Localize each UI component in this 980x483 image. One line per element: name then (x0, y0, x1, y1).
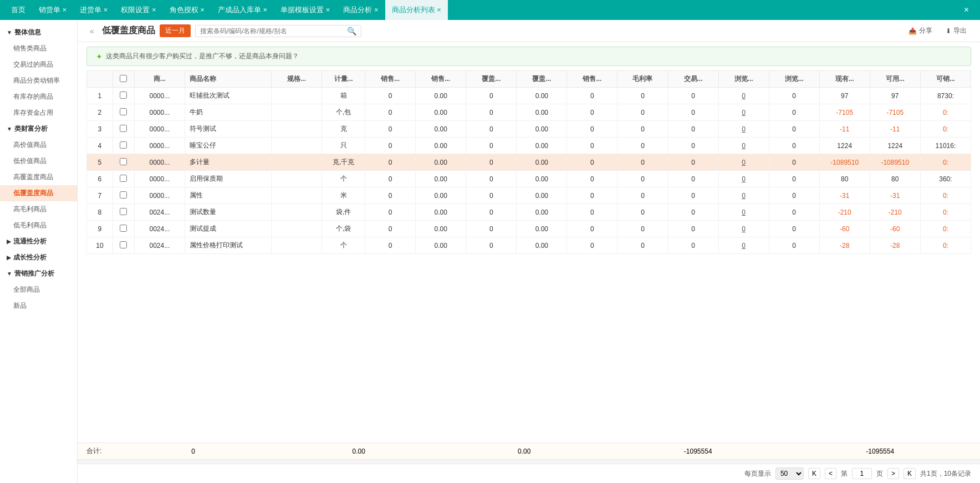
sidebar-item-low-coverage[interactable]: 低覆盖度商品 (0, 185, 77, 201)
browse1-link[interactable]: 0 (742, 125, 746, 133)
row-spec (272, 154, 322, 171)
scrollbar-area (78, 459, 980, 464)
sidebar-item-new-products[interactable]: 新品 (0, 298, 77, 314)
sidebar-group-growth[interactable]: ▶ 成长性分析 (0, 250, 77, 266)
col-header-available: 可用... (870, 71, 920, 88)
row-checkbox[interactable] (120, 158, 127, 165)
row-available: -1089510 (870, 154, 920, 171)
row-browse1: 0 (718, 154, 769, 171)
data-table: 商... 商品名称 规格... 计量... 销售... 销售... 覆盖... … (86, 70, 971, 254)
collapse-button[interactable]: « (86, 26, 98, 37)
footer-available: -1095554 (853, 448, 908, 455)
search-input[interactable] (200, 27, 347, 35)
row-sales3: 0 (567, 187, 617, 204)
row-cover2: 0.00 (517, 154, 567, 171)
sidebar-item-high-margin[interactable]: 高毛利商品 (0, 201, 77, 217)
row-available: -210 (870, 204, 920, 221)
nav-home[interactable]: 首页 (4, 0, 32, 20)
next-page-button[interactable]: > (887, 468, 899, 479)
page-input[interactable] (852, 468, 872, 479)
row-available: 1224 (870, 138, 920, 154)
sidebar-group-marketing[interactable]: ▼ 营销推广分析 (0, 266, 77, 282)
row-checkbox[interactable] (120, 208, 127, 215)
row-num: 2 (87, 104, 113, 121)
row-sales1: 0 (365, 221, 416, 237)
row-current: 97 (819, 88, 870, 104)
nav-permissions[interactable]: 权限设置 × (114, 0, 162, 20)
row-checkbox-cell (113, 88, 134, 104)
sidebar-group-liquidity[interactable]: ▶ 流通性分析 (0, 233, 77, 250)
sidebar-item-low-value[interactable]: 低价值商品 (0, 153, 77, 169)
row-spec (272, 104, 322, 121)
red-value: -11 (840, 125, 849, 133)
nav-sales[interactable]: 销货单 × (32, 0, 73, 20)
sidebar-item-sales-products[interactable]: 销售类商品 (0, 40, 77, 57)
sidebar-item-high-value[interactable]: 高价值商品 (0, 137, 77, 153)
row-sales3: 0 (567, 221, 617, 237)
row-checkbox[interactable] (120, 91, 127, 99)
sidebar-item-inventory-funds[interactable]: 库存资金占用 (0, 105, 77, 121)
nav-templates[interactable]: 单据模板设置 × (274, 0, 336, 20)
browse1-link[interactable]: 0 (742, 242, 746, 250)
browse1-link[interactable]: 0 (742, 192, 746, 200)
nav-production[interactable]: 产成品入库单 × (211, 0, 274, 20)
row-checkbox[interactable] (120, 191, 127, 199)
table-container[interactable]: 商... 商品名称 规格... 计量... 销售... 销售... 覆盖... … (78, 66, 980, 443)
select-all-checkbox[interactable] (120, 75, 127, 82)
nav-close-button[interactable]: × (957, 5, 976, 15)
sidebar-group-overall[interactable]: ▼ 整体信息 (0, 24, 77, 40)
row-checkbox[interactable] (120, 175, 127, 182)
prev-page-button[interactable]: < (825, 468, 836, 479)
sidebar-group-wealth[interactable]: ▼ 类财富分析 (0, 121, 77, 137)
page-size-select[interactable]: 50 100 200 (775, 467, 804, 480)
row-cover1: 0 (466, 204, 517, 221)
browse1-link[interactable]: 0 (742, 142, 746, 150)
col-header-cover1: 覆盖... (466, 71, 517, 88)
nav-roles[interactable]: 角色授权 × (163, 0, 211, 20)
browse1-link[interactable]: 0 (742, 209, 746, 216)
browse1-link[interactable]: 0 (742, 159, 746, 166)
row-margin: 0 (617, 171, 668, 187)
row-checkbox[interactable] (120, 141, 127, 149)
row-sales2: 0.00 (416, 88, 466, 104)
row-cover2: 0.00 (517, 204, 567, 221)
export-button[interactable]: ⬇ 导出 (941, 24, 971, 37)
browse1-link[interactable]: 0 (742, 175, 746, 183)
row-checkbox-cell (113, 121, 134, 138)
row-spec (272, 221, 322, 237)
row-checkbox[interactable] (120, 125, 127, 132)
nav-purchase[interactable]: 进货单 × (73, 0, 114, 20)
search-icon: 🔍 (347, 27, 356, 35)
sidebar-item-category-rate[interactable]: 商品分类动销率 (0, 73, 77, 89)
pagination-bar: 每页显示 50 100 200 K < 第 页 > K 共1页，10条记录 (78, 464, 980, 483)
sidebar-item-low-margin[interactable]: 低毛利商品 (0, 217, 77, 233)
time-filter-button[interactable]: 近一月 (160, 24, 191, 37)
last-page-button[interactable]: K (904, 468, 916, 479)
nav-analysis-list[interactable]: 商品分析列表 × (385, 0, 448, 20)
row-sales1: 0 (365, 121, 416, 138)
footer-cover2: 0.00 (505, 448, 544, 455)
row-saleable: 11016: (920, 138, 971, 154)
row-spec (272, 204, 322, 221)
nav-analysis[interactable]: 商品分析 × (336, 0, 385, 20)
row-unit: 只 (322, 138, 365, 154)
table-row: 90024...测试提成个,袋00.0000.0000000-60-600: (87, 221, 971, 237)
row-cover1: 0 (466, 154, 517, 171)
share-button[interactable]: 📤 分享 (904, 24, 937, 37)
browse1-link[interactable]: 0 (742, 109, 746, 116)
sidebar-item-stocked-products[interactable]: 有库存的商品 (0, 89, 77, 105)
red-value: -28 (890, 242, 900, 250)
sidebar-item-traded-products[interactable]: 交易过的商品 (0, 57, 77, 73)
row-cover2: 0.00 (517, 121, 567, 138)
row-browse2: 0 (769, 171, 819, 187)
sidebar-item-high-coverage[interactable]: 高覆盖度商品 (0, 169, 77, 185)
row-checkbox[interactable] (120, 241, 127, 248)
first-page-button[interactable]: K (808, 468, 820, 479)
row-current: -11 (819, 121, 870, 138)
browse1-link[interactable]: 0 (742, 225, 746, 233)
row-checkbox[interactable] (120, 108, 127, 115)
row-checkbox[interactable] (120, 225, 127, 232)
browse1-link[interactable]: 0 (742, 92, 746, 100)
col-header-check[interactable] (113, 71, 134, 88)
sidebar-item-all-products[interactable]: 全部商品 (0, 282, 77, 298)
